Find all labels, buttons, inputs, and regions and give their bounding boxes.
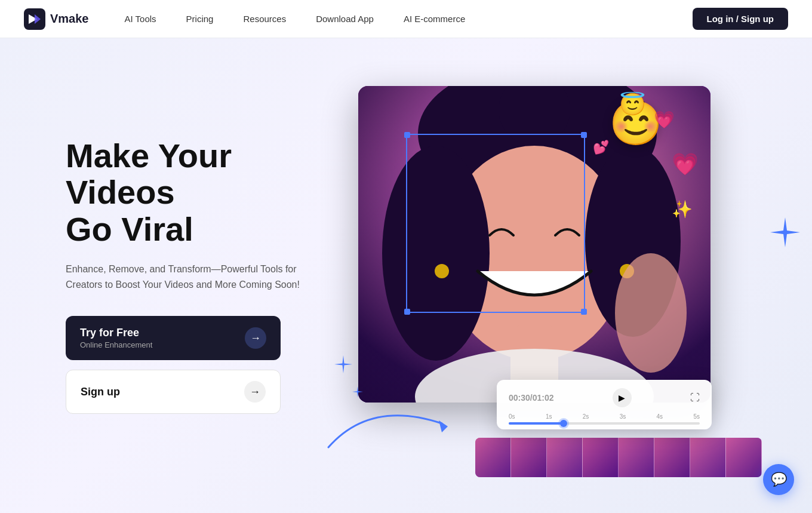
logo-text: Vmake (50, 12, 89, 26)
video-player-bar: 00:30/01:02 ▶ ⛶ 0s 1s 2s 3s 4s 5s (497, 380, 712, 429)
hero-right: 😊 😇 💗 💗 💕 ✨ HD ✦ 👤 (310, 38, 812, 513)
nav-resources[interactable]: Resources (243, 14, 286, 24)
halo-ring-decoration: 😇 (619, 92, 646, 117)
nav-links: AI Tools Pricing Resources Download App … (125, 14, 693, 24)
logo-link[interactable]: Vmake (24, 8, 89, 30)
chat-bubble-icon: 💬 (771, 472, 787, 487)
cta-buttons: Try for Free Online Enhancement → Sign u… (66, 316, 281, 414)
film-frame-5 (619, 438, 654, 477)
cta-primary-arrow-icon: → (245, 327, 266, 349)
filmstrip (475, 438, 762, 477)
svg-marker-14 (439, 420, 448, 432)
film-frame-1 (475, 438, 511, 477)
svg-point-7 (382, 146, 490, 361)
heart-emoji-1: 💗 (654, 110, 675, 130)
player-controls: 00:30/01:02 ▶ ⛶ (509, 388, 700, 407)
player-time: 00:30/01:02 (509, 393, 554, 403)
blue-star-decoration (770, 217, 800, 250)
nav-pricing[interactable]: Pricing (186, 14, 214, 24)
svg-point-10 (435, 264, 449, 278)
nav-ai-ecommerce[interactable]: AI E-commerce (404, 14, 465, 24)
swoosh-decoration (322, 388, 454, 459)
hero-section: Make Your Videos Go Viral Enhance, Remov… (0, 38, 812, 513)
try-for-free-button[interactable]: Try for Free Online Enhancement → (66, 316, 281, 360)
heart-emoji-2: 💗 (672, 152, 699, 177)
navbar: Vmake AI Tools Pricing Resources Downloa… (0, 0, 812, 38)
hero-title: Make Your Videos Go Viral (66, 137, 310, 248)
sparkle-emoji: ✨ (672, 199, 693, 219)
hero-subtitle: Enhance, Remove, and Transform—Powerful … (66, 262, 304, 292)
login-signup-button[interactable]: Log in / Sign up (693, 8, 788, 30)
svg-point-13 (615, 253, 687, 373)
hero-left: Make Your Videos Go Viral Enhance, Remov… (0, 137, 310, 414)
sparkle-decoration-1 (334, 355, 352, 376)
play-button[interactable]: ▶ (613, 388, 632, 407)
film-frame-8 (726, 438, 762, 477)
cta-primary-main-label: Try for Free (80, 327, 152, 339)
chat-button[interactable]: 💬 (763, 464, 794, 495)
vmake-logo-icon (24, 8, 45, 30)
video-preview-card: 😊 😇 💗 💗 💕 ✨ HD ✦ 👤 (358, 86, 710, 403)
timeline-labels: 0s 1s 2s 3s 4s 5s (509, 413, 700, 420)
film-frame-2 (511, 438, 547, 477)
heart-emoji-3: 💕 (593, 140, 609, 155)
cta-secondary-arrow-icon: → (244, 381, 266, 403)
cta-primary-sub-label: Online Enhancement (80, 340, 152, 349)
timeline-thumb[interactable] (560, 420, 567, 427)
video-background: 😊 😇 💗 💗 💕 ✨ (358, 86, 710, 403)
timeline-track[interactable]: 0s 1s 2s 3s 4s 5s (509, 413, 700, 425)
film-frame-6 (654, 438, 690, 477)
timeline-progress (509, 422, 562, 425)
nav-right: Log in / Sign up (693, 8, 788, 30)
timeline-bar (509, 422, 700, 425)
nav-download-app[interactable]: Download App (316, 14, 374, 24)
fullscreen-button[interactable]: ⛶ (690, 392, 700, 403)
film-frame-3 (547, 438, 583, 477)
film-frame-4 (583, 438, 619, 477)
cta-primary-text: Try for Free Online Enhancement (80, 327, 152, 349)
nav-ai-tools[interactable]: AI Tools (125, 14, 156, 24)
film-frame-7 (690, 438, 726, 477)
signup-button[interactable]: Sign up → (66, 370, 281, 414)
